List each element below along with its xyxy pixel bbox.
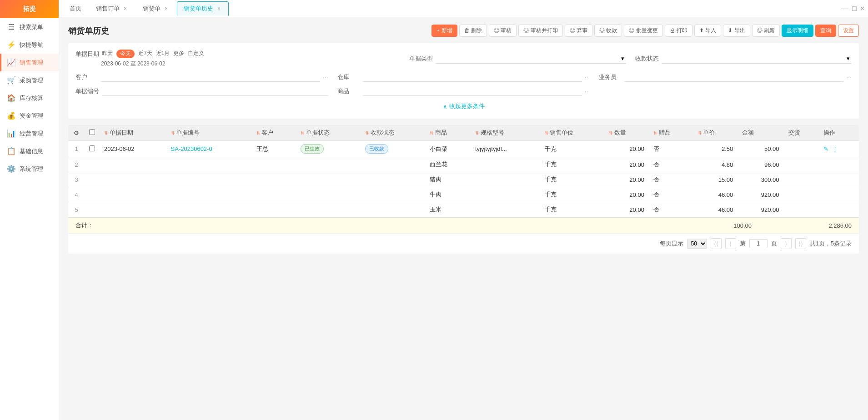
sort-customer-icon: ⇅ (256, 130, 260, 135)
filter-collect-status-select[interactable]: ▾ (662, 54, 852, 64)
abandon-button[interactable]: ◎ 弃审 (565, 25, 592, 37)
row-check[interactable] (85, 202, 100, 217)
col-qty[interactable]: ⇅ 数量 (604, 125, 649, 141)
page-input[interactable] (749, 239, 768, 248)
date-tab-custom[interactable]: 自定义 (188, 50, 204, 58)
row-check[interactable] (85, 141, 100, 157)
sort-doc-status-icon: ⇅ (301, 130, 304, 135)
row-check[interactable] (85, 187, 100, 202)
col-goods[interactable]: ⇅ 商品 (425, 125, 471, 141)
import-button[interactable]: ⬆ 导入 (694, 25, 721, 37)
tab-home-label: 首页 (70, 5, 81, 13)
print-button[interactable]: 🖨 打印 (665, 25, 692, 37)
page-first-btn[interactable]: ⟨⟨ (711, 238, 722, 249)
filter-doc-type-select[interactable]: ▾ (436, 54, 626, 64)
delete-button[interactable]: 🗑 删除 (459, 25, 487, 37)
col-gift[interactable]: ⇅ 赠品 (649, 125, 693, 141)
sidebar-item-operation[interactable]: 📊 经营管理 (0, 125, 59, 142)
add-button[interactable]: + 新增 (431, 25, 457, 37)
date-tab-1m[interactable]: 近1月 (156, 50, 170, 58)
sidebar-item-label: 采购管理 (20, 76, 43, 85)
col-check[interactable] (85, 125, 100, 141)
col-collect-status[interactable]: ⇅ 收款状态 (361, 125, 425, 141)
row-doc-status (296, 172, 361, 187)
row-doc-status (296, 187, 361, 202)
filter-warehouse-input[interactable] (363, 72, 582, 82)
tab-sales-order[interactable]: 销售订单 × (89, 1, 135, 16)
page-next-btn[interactable]: ⟩ (781, 238, 792, 249)
date-tab-more[interactable]: 更多 (173, 50, 184, 58)
filter-row-3: 单据编号 商品 ··· (75, 86, 852, 96)
tab-sales-order-close[interactable]: × (122, 5, 128, 12)
filter-doc-no-input[interactable] (102, 86, 328, 96)
filter-goods-input[interactable] (363, 86, 582, 96)
col-settings[interactable]: ⚙ (68, 125, 85, 141)
filter-staff-input[interactable] (624, 72, 843, 82)
date-tab-7d[interactable]: 近7天 (138, 50, 152, 58)
row-check[interactable] (85, 157, 100, 172)
refresh-button[interactable]: ◎ 刷新 (752, 25, 780, 37)
pagination: 每页显示 50 ⟨⟨ ⟨ 第 页 ⟩ ⟩⟩ 共1页，5条记录 (68, 233, 859, 254)
export-button[interactable]: ⬇ 导出 (723, 25, 750, 37)
filter-customer-input[interactable] (101, 72, 320, 82)
sidebar-item-sales[interactable]: 📈 销售管理 (0, 54, 59, 71)
sidebar-item-finance[interactable]: 💰 资金管理 (0, 107, 59, 125)
goods-picker-icon[interactable]: ··· (585, 88, 590, 95)
warehouse-picker-icon[interactable]: ··· (585, 74, 590, 81)
sidebar-item-quick[interactable]: ⚡ 快捷导航 (0, 36, 59, 54)
sidebar-item-label: 经营管理 (20, 130, 43, 138)
row-edit-btn[interactable]: ✎ (823, 145, 828, 152)
staff-picker-icon[interactable]: ··· (846, 74, 852, 81)
filter-doc-type: 单据类型 ▾ (409, 54, 626, 64)
row-gift: 否 (649, 187, 693, 202)
sidebar-item-system[interactable]: ⚙️ 系统管理 (0, 160, 59, 178)
tab-home[interactable]: 首页 (63, 1, 88, 16)
query-button[interactable]: 查询 (815, 25, 836, 37)
audit-print-button[interactable]: ◎ 审核并打印 (518, 25, 562, 37)
col-doc-status[interactable]: ⇅ 单据状态 (296, 125, 361, 141)
sidebar-item-base[interactable]: 📋 基础信息 (0, 142, 59, 160)
show-detail-button[interactable]: 显示明细 (782, 25, 813, 37)
row-no (166, 202, 252, 217)
settings-button[interactable]: 设置 (838, 25, 859, 37)
select-all-checkbox[interactable] (89, 129, 95, 135)
per-page-select[interactable]: 50 (687, 239, 707, 249)
row-spec (471, 202, 540, 217)
col-price[interactable]: ⇅ 单价 (693, 125, 738, 141)
row-trade (784, 157, 819, 172)
date-tab-today[interactable]: 今天 (116, 50, 135, 58)
sidebar-item-inventory[interactable]: 🏠 库存核算 (0, 89, 59, 107)
tab-sales-history[interactable]: 销货单历史 × (177, 1, 229, 16)
tabs-maximize[interactable]: □ (852, 5, 857, 13)
collect-button[interactable]: ◎ 收款 (594, 25, 622, 37)
audit-button[interactable]: ◎ 审核 (489, 25, 517, 37)
date-range-text: 2023-06-02 至 2023-06-02 (101, 60, 165, 67)
tabs-right: — □ × (841, 5, 864, 13)
row-checkbox[interactable] (89, 145, 95, 151)
col-unit[interactable]: ⇅ 销售单位 (540, 125, 605, 141)
batch-change-button[interactable]: ◎ 批量变更 (624, 25, 662, 37)
row-more-btn[interactable]: ⋮ (832, 145, 838, 152)
row-price: 15.00 (693, 172, 738, 187)
doc-no-link[interactable]: SA-20230602-0 (171, 145, 212, 152)
row-check[interactable] (85, 172, 100, 187)
page-last-btn[interactable]: ⟩⟩ (795, 238, 806, 249)
col-customer[interactable]: ⇅ 客户 (252, 125, 296, 141)
col-no[interactable]: ⇅ 单据编号 (166, 125, 252, 141)
tab-sales-history-close[interactable]: × (216, 5, 222, 12)
row-date (100, 157, 166, 172)
table-row: 2 西兰花 千克 20.00 否 4.80 96.00 (68, 157, 859, 172)
col-spec[interactable]: ⇅ 规格型号 (471, 125, 540, 141)
page-prev-btn[interactable]: ⟨ (725, 238, 736, 249)
sidebar-item-purchase[interactable]: 🛒 采购管理 (0, 71, 59, 89)
date-tab-yesterday[interactable]: 昨天 (102, 50, 113, 58)
tab-sales-delivery[interactable]: 销货单 × (136, 1, 176, 16)
filter-warehouse-label: 仓库 (337, 73, 360, 81)
tab-sales-delivery-close[interactable]: × (163, 5, 169, 12)
collapse-button[interactable]: ∧ 收起更多条件 (75, 100, 852, 112)
sidebar-item-search[interactable]: ☰ 搜索菜单 (0, 18, 59, 36)
customer-picker-icon[interactable]: ··· (323, 74, 328, 81)
col-date[interactable]: ⇅ 单据日期 (100, 125, 166, 141)
tabs-minimize[interactable]: — (841, 5, 848, 13)
tabs-window-close[interactable]: × (860, 5, 864, 13)
